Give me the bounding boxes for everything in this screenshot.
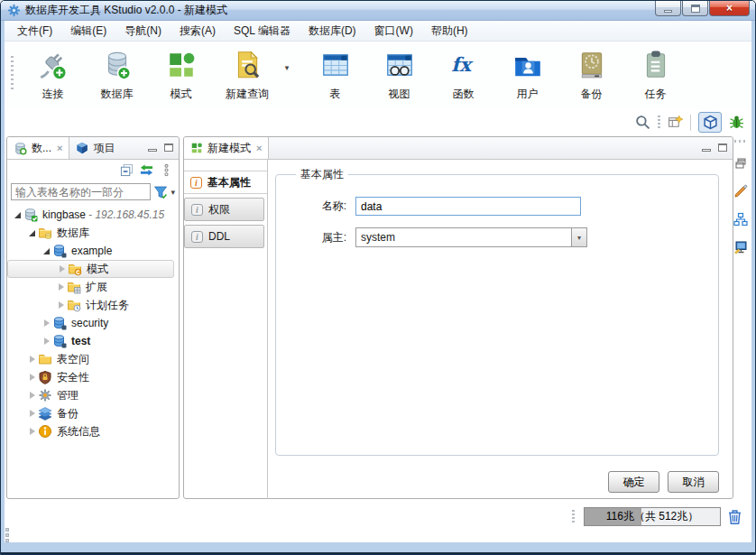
toolbar-task-button[interactable]: 任务 [623,50,687,102]
collapse-arrow-icon[interactable] [55,301,67,309]
toolbar-database-button[interactable]: 数据库 [85,50,149,102]
tab-database-navigator[interactable]: 数... × [7,137,69,159]
section-permissions[interactable]: i 权限 [184,198,264,221]
menu-search[interactable]: 搜索(A) [171,21,225,42]
toolbar-backup-button[interactable]: 备份 [559,50,623,102]
table-search-input[interactable] [11,183,151,200]
title-bar[interactable]: 数据库开发工具 KStudio v2.0.0 - 新建模式 [1,1,755,21]
collapse-arrow-icon[interactable] [26,428,38,435]
cancel-button[interactable]: 取消 [668,471,719,493]
collapse-arrow-icon[interactable] [26,410,38,417]
open-perspective-icon[interactable] [668,115,683,130]
panel-minimize-icon[interactable] [148,149,157,152]
tree-item-system-info[interactable]: 系统信息 [7,422,179,440]
tree-item-kingbase[interactable]: kingbase - 192.168.45.15 [7,206,179,224]
collapse-arrow-icon[interactable] [26,374,38,381]
toolbar-function-button[interactable]: 函数 [431,50,495,102]
dialog-buttons: 确定 取消 [608,471,719,493]
tree-item-security-db[interactable]: security [7,314,179,332]
tree-item-tablespace[interactable]: 表空间 [7,350,179,368]
tab-project[interactable]: 项目 [69,137,121,159]
status-grip[interactable] [572,510,575,524]
menu-navigate[interactable]: 导航(N) [115,21,171,42]
schema-icon [190,142,203,154]
folder-icon [38,352,52,366]
menu-database[interactable]: 数据库(D) [300,21,365,42]
perspective-bar [635,110,744,134]
strip-grip[interactable] [734,140,748,143]
close-button[interactable]: × [709,1,750,16]
collapse-arrow-icon[interactable] [26,392,38,399]
toolbar-schema-button[interactable]: 模式 [149,50,213,102]
section-basic-properties[interactable]: i 基本属性 [184,171,267,194]
menu-edit[interactable]: 编辑(E) [61,21,115,42]
chevron-down-icon[interactable]: ▾ [571,228,586,246]
function-icon [448,50,479,80]
toolbar-new-query-button[interactable]: 新建查询 [213,50,281,102]
tree-item-scheduled-tasks[interactable]: 计划任务 [7,296,179,314]
toolbar-table-button[interactable]: 表 [303,50,367,102]
tree-item-example[interactable]: example [7,242,179,260]
perspective-grip[interactable] [658,116,660,129]
tree-item-security[interactable]: 安全性 [7,368,179,386]
garbage-collect-trash-icon[interactable] [726,508,743,525]
active-perspective-button[interactable] [698,112,722,133]
menu-window[interactable]: 窗口(W) [365,21,422,42]
collapse-arrow-icon[interactable] [41,319,52,327]
search-icon[interactable] [635,115,650,130]
tab-close-icon[interactable]: × [57,143,62,153]
collapse-arrow-icon[interactable] [56,265,68,273]
tree-item-databases[interactable]: 数据库 [7,224,179,242]
debug-bug-icon[interactable] [729,115,744,130]
owner-select[interactable]: system ▾ [355,227,587,247]
toolbar-grip[interactable] [11,56,14,92]
tab-close-icon[interactable]: × [256,143,262,153]
expand-arrow-icon[interactable] [26,230,38,236]
monitor-view-icon[interactable] [733,240,748,254]
bottom-left-grip[interactable] [5,528,9,542]
expand-arrow-icon[interactable] [12,212,23,218]
toolbar-user-button[interactable]: 用户 [495,50,559,102]
panel-maximize-icon[interactable] [718,143,727,152]
tree-item-extension[interactable]: 扩展 [7,278,179,296]
toolbar-connect-button[interactable]: 连接 [21,50,85,102]
filter-funnel-icon[interactable] [153,185,168,199]
name-row: 名称: [300,197,718,216]
group-title: 基本属性 [296,167,348,182]
filter-dropdown-arrow[interactable]: ▾ [171,188,175,197]
maximize-button[interactable] [682,1,708,16]
owner-label: 属主: [300,230,346,245]
restore-views-icon[interactable] [733,156,748,171]
new-query-dropdown-arrow[interactable]: ▾ [281,63,292,72]
collapse-arrow-icon[interactable] [41,338,52,345]
collapse-arrow-icon[interactable] [26,356,38,363]
section-ddl[interactable]: i DDL [184,225,264,248]
schema-name-input[interactable] [355,197,581,216]
panel-maximize-icon[interactable] [164,143,173,152]
toolbar-view-button[interactable]: 视图 [367,50,431,102]
menu-sql-editor[interactable]: SQL 编辑器 [225,21,300,42]
ok-button[interactable]: 确定 [608,471,659,493]
toolbar-label: 任务 [645,87,667,102]
minimize-button[interactable] [655,1,681,16]
navigator-panel: 数... × 项目 ▾ [6,136,180,499]
collapse-arrow-icon[interactable] [55,283,67,291]
database-icon [52,244,67,258]
tree-item-test-db[interactable]: test [7,332,179,350]
collapse-all-icon[interactable] [120,163,134,177]
view-menu-icon[interactable] [160,163,173,177]
panel-minimize-icon[interactable] [702,149,711,152]
separator [690,115,691,131]
network-view-icon[interactable] [733,212,748,227]
user-icon [512,50,543,80]
tab-new-schema[interactable]: 新建模式 × [184,137,269,159]
toolbar-label: 视图 [389,87,410,102]
tree-item-schema[interactable]: 模式 [7,260,174,278]
menu-file[interactable]: 文件(F) [8,21,61,42]
expand-arrow-icon[interactable] [41,248,52,254]
menu-help[interactable]: 帮助(H) [422,21,477,42]
tree-item-management[interactable]: 管理 [7,386,179,404]
pen-tool-icon[interactable] [733,184,748,199]
link-with-editor-icon[interactable] [140,163,153,177]
tree-item-backup[interactable]: 备份 [7,404,179,422]
